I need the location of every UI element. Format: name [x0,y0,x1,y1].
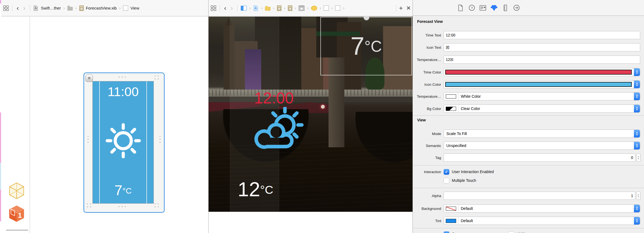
popup-arrows[interactable]: ∧∨ [634,205,640,212]
selection-knob[interactable] [363,17,369,20]
selected-temperature-label[interactable]: 7°C [320,17,412,75]
chevron-icon: › [284,5,286,11]
alpha-stepper[interactable]: ∧∨ [636,192,640,200]
first-responder-icon[interactable]: 1 [9,205,25,223]
divider [30,5,30,11]
popup-value: Unspecified [444,143,466,148]
time-color-well[interactable]: ∧∨ [444,68,640,76]
divider [219,5,220,11]
popup-arrows[interactable]: ∧∨ [634,105,640,112]
tint-popup[interactable]: Default ∧∨ [444,217,640,225]
back-button[interactable]: ‹ [16,5,20,11]
popup-arrows[interactable]: ∧∨ [634,93,640,100]
bg-color-row: Bg Color Clear Color ∧∨ [413,104,644,113]
object-icon[interactable] [311,6,317,11]
resize-handle-dots[interactable] [155,75,156,76]
interaction-row: Interaction ✓ User Interaction Enabled [413,168,644,175]
breadcrumb-view[interactable]: View [130,6,139,10]
background-popup[interactable]: Default ∧∨ [444,204,640,213]
field-label: Icon Text [413,45,441,50]
resize-handle-dots[interactable] [160,136,161,137]
close-assistant-button[interactable]: ✕ [404,5,413,11]
divider [237,5,237,11]
xib-file-icon[interactable]: x [277,5,281,11]
resize-handle-dots[interactable] [119,76,120,78]
color-swatch-button[interactable] [444,217,458,225]
resize-handle-dots[interactable] [119,206,120,207]
bg-color-popup[interactable]: Clear Color ∧∨ [444,105,640,113]
field-label: Tint [413,219,441,223]
alpha-field[interactable]: 1 [444,192,635,200]
resize-handle-dots[interactable] [155,203,156,204]
clear-color-swatch [446,107,456,111]
color-swatch-button[interactable] [444,205,458,212]
ib-design-canvas[interactable]: ✕ 11:00 [31,17,208,233]
mode-popup[interactable]: Scale To Fill ∧∨ [444,130,640,138]
forward-button[interactable]: › [22,5,26,11]
forecast-view-design[interactable]: ✕ 11:00 [83,72,165,213]
view-icon[interactable] [335,5,340,11]
popup-arrows[interactable]: ∧∨ [634,217,640,225]
field-label: Alpha [413,194,441,198]
preview-temperature-label[interactable]: 12°C [225,178,285,201]
popup-arrows[interactable]: ∧∨ [634,130,640,137]
time-text-field[interactable]: 12:00 [444,31,640,39]
back-button[interactable]: ‹ [223,5,227,11]
color-dropdown-arrows[interactable]: ∧∨ [634,68,640,76]
breadcrumb-file[interactable]: ForecastView.xib [86,6,117,10]
checkbox-label: User Interaction Enabled [452,170,494,174]
add-assistant-button[interactable]: + [397,5,404,11]
resize-handle-dots[interactable] [88,136,89,137]
temperature-color-popup[interactable]: White Color ∧∨ [444,92,640,100]
connections-inspector-tab[interactable] [513,5,520,11]
field-label: Tag [413,156,441,160]
pane-divider[interactable] [413,0,413,233]
icon-text-field[interactable]: ☒ [444,43,640,51]
xib-file-icon[interactable]: x [288,5,292,11]
folder-icon[interactable] [67,7,73,11]
color-dropdown-arrows[interactable]: ∧∨ [634,81,640,88]
folder-icon[interactable] [265,7,270,11]
icon-color-swatch [445,82,632,87]
popup-arrows[interactable]: ∧∨ [634,142,640,149]
opaque-checkbox[interactable]: ✓ [444,231,449,233]
chevron-icon: › [75,5,77,11]
sun-icon[interactable] [103,120,144,161]
multiple-touch-checkbox[interactable] [444,178,449,183]
attributes-inspector-tab[interactable] [491,5,497,11]
temperature-label[interactable]: 7°C [115,182,132,198]
related-items-icon[interactable] [211,5,216,11]
quick-help-inspector-tab[interactable]: ? [468,5,475,11]
file-inspector-tab[interactable] [457,5,464,11]
user-interaction-checkbox[interactable]: ✓ [444,169,449,175]
related-items-icon[interactable] [3,5,9,11]
files-owner-icon[interactable] [9,182,25,201]
color-swatch-button[interactable] [444,105,458,112]
time-label[interactable]: 11:00 [107,84,139,99]
view-icon[interactable] [324,5,329,11]
forward-button[interactable]: › [230,5,234,11]
partly-cloudy-icon[interactable] [250,107,305,157]
horizontal-scrollbar[interactable] [6,230,28,231]
size-inspector-tab[interactable] [502,5,508,11]
popup-value: Scale To Fill [444,131,467,136]
scene-icon[interactable] [299,5,305,11]
close-icon[interactable]: ✕ [85,74,93,82]
tag-field[interactable]: 0 [444,154,635,162]
hidden-checkbox[interactable] [508,231,514,233]
color-swatch-button[interactable] [444,93,458,100]
chevron-icon: › [319,5,321,11]
breadcrumb-project[interactable]: Swift…ther [41,6,61,10]
semantic-popup[interactable]: Unspecified ∧∨ [444,142,640,150]
resize-handle-dots[interactable] [87,203,88,204]
preview-time-label[interactable]: 12:00 [247,89,301,107]
temperature-text-field[interactable]: 12☒ [444,56,640,64]
identity-inspector-tab[interactable] [480,5,486,11]
app-target-icon[interactable] [253,5,259,11]
forecast-view-screen[interactable]: 11:00 7°C [92,81,154,204]
drawing-row-clipped: Drawing ✓ Opaque Hidden [413,231,644,233]
pane-divider[interactable] [208,0,209,233]
counterparts-icon[interactable] [241,6,247,11]
icon-color-well[interactable]: ∧∨ [444,80,640,88]
tag-stepper[interactable]: ∧∨ [636,154,640,162]
